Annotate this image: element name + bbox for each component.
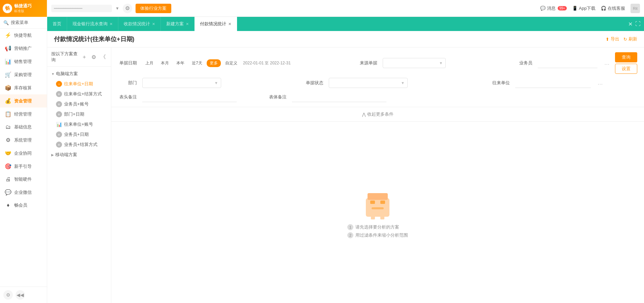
mobile-group-arrow: ▶ xyxy=(51,153,54,157)
sidebar-search-label: 搜索菜单 xyxy=(11,20,28,26)
tab-new-scheme-close[interactable]: ✕ xyxy=(186,22,189,26)
scheme-item-partner-account[interactable]: 📊 往来单位+账号 xyxy=(47,119,111,129)
scheme-item-label: 往来单位+账号 xyxy=(64,121,93,127)
collapse-conditions-btn[interactable]: ⋀ 收起更多条件 xyxy=(358,110,398,119)
app-icon: 📱 xyxy=(572,6,578,11)
tab-bank-flow[interactable]: 现金银行流水查询 ✕ xyxy=(67,17,118,31)
scheme-add-btn[interactable]: ＋ xyxy=(81,53,88,61)
topbar-chevron-icon[interactable]: ▼ xyxy=(115,6,119,11)
scheme-item-partner-date[interactable]: ○ 往来单位+日期 xyxy=(47,79,111,89)
scheme-settings-btn[interactable]: ⚙ xyxy=(90,53,97,61)
scheme-collapse-btn[interactable]: 《 xyxy=(99,53,107,61)
user-avatar[interactable]: Rit xyxy=(631,4,640,13)
source-select[interactable]: ▼ xyxy=(383,58,446,68)
sidebar-settings-btn[interactable]: ⚙ xyxy=(3,290,13,300)
sidebar-item-label: 企业微信 xyxy=(14,189,32,195)
salesperson-input[interactable] xyxy=(538,58,597,68)
sales-icon: 📊 xyxy=(5,58,11,65)
content-area: 按以下方案查询 ＋ ⚙ 《 xyxy=(47,48,644,303)
empty-illustration xyxy=(357,186,398,220)
sidebar-item-label: 快捷导航 xyxy=(14,32,32,38)
sidebar-collapse-btn[interactable]: ◀◀ xyxy=(16,290,25,300)
scheme-group-pc[interactable]: ▼ 电脑端方案 xyxy=(47,69,111,79)
refresh-icon: ↻ xyxy=(623,37,627,42)
date-last-7days[interactable]: 近7天 xyxy=(189,59,205,67)
sidebar-item-vip[interactable]: ♦ 畅会员 xyxy=(0,199,47,212)
tab-collection-stat-label: 收款情况统计 xyxy=(124,21,150,27)
doc-status-chevron: ▼ xyxy=(401,81,405,85)
sidebar-item-finance[interactable]: 💰 资金管理 xyxy=(0,94,47,108)
sidebar-search[interactable]: 🔍 搜索菜单 xyxy=(0,17,47,29)
scheme-group-mobile[interactable]: ▶ 移动端方案 xyxy=(47,150,111,160)
tab-collection-stat[interactable]: 收款情况统计 ✕ xyxy=(118,17,161,31)
scheme-item-staff-date[interactable]: ≡ 业务员+日期 xyxy=(47,129,111,140)
collapse-icon: 《 xyxy=(100,54,106,61)
sidebar-item-operation[interactable]: 📋 经营管理 xyxy=(0,108,47,121)
source-chevron: ▼ xyxy=(439,61,443,65)
partner-label: 往来单位 xyxy=(491,80,510,86)
message-btn[interactable]: 💬 消息 99+ xyxy=(540,5,567,11)
svg-rect-4 xyxy=(372,207,384,209)
scheme-item-staff-settlement[interactable]: ≡ 业务员+结算方式 xyxy=(47,140,111,150)
pc-group-arrow: ▼ xyxy=(51,72,55,76)
sidebar-footer: ⚙ ◀◀ xyxy=(0,286,47,303)
tab-expand-btn[interactable]: ⛶ xyxy=(635,21,641,27)
message-label: 消息 xyxy=(547,5,556,11)
trial-btn[interactable]: 体验行业方案 xyxy=(136,4,171,13)
partner-dots[interactable]: … xyxy=(597,80,603,86)
tab-new-scheme[interactable]: 新建方案 ✕ xyxy=(161,17,195,31)
tab-home[interactable]: 首页 xyxy=(47,17,67,31)
online-service-btn[interactable]: 🎧 在线客服 xyxy=(601,5,625,11)
scheme-item-icon: ○ xyxy=(56,81,62,87)
date-this-month[interactable]: 本月 xyxy=(158,59,172,67)
date-more[interactable]: 更多 xyxy=(207,59,221,67)
topbar-address-bar[interactable]: ━━━━━━━━━━━━ xyxy=(51,5,112,12)
app-download-btn[interactable]: 📱 App下载 xyxy=(572,5,595,11)
sidebar-item-base-info[interactable]: 🗂 基础信息 xyxy=(0,121,47,133)
sidebar-item-hardware[interactable]: 🖨 智能硬件 xyxy=(0,173,47,186)
sidebar-item-enterprise[interactable]: 🤝 企业协同 xyxy=(0,147,47,160)
message-badge: 99+ xyxy=(558,6,567,10)
tab-close-all-btn[interactable]: ✕ xyxy=(628,21,633,27)
tab-bank-flow-close[interactable]: ✕ xyxy=(110,22,113,26)
sidebar-item-marketing[interactable]: 📢 营销推广 xyxy=(0,42,47,55)
date-this-year[interactable]: 本年 xyxy=(173,59,187,67)
scheme-item-dept-date[interactable]: ≡ 部门+日期 xyxy=(47,109,111,119)
settings-btn[interactable]: 设置 xyxy=(615,64,637,74)
tab-bank-flow-label: 现金银行流水查询 xyxy=(72,21,108,27)
guide-icon: 🎯 xyxy=(5,163,11,170)
query-btn[interactable]: 查询 xyxy=(615,52,637,62)
topbar-settings-btn[interactable]: ⚙ xyxy=(123,4,132,13)
sidebar-item-inventory[interactable]: 📦 库存核算 xyxy=(0,81,47,94)
scheme-item-staff-account[interactable]: ≡ 业务员+账号 xyxy=(47,99,111,109)
svg-rect-2 xyxy=(370,201,375,204)
sidebar-item-wechat[interactable]: 💬 企业微信 xyxy=(0,186,47,199)
service-icon: 🎧 xyxy=(601,6,606,11)
tab-payment-stat[interactable]: 付款情况统计 ✕ xyxy=(195,17,237,31)
sidebar-item-guide[interactable]: 🎯 新手引导 xyxy=(0,160,47,173)
dept-select[interactable]: ▼ xyxy=(142,78,221,88)
sidebar-item-purchase[interactable]: 🛒 采购管理 xyxy=(0,68,47,81)
salesperson-dots[interactable]: … xyxy=(604,60,610,66)
export-btn[interactable]: ⬆ 导出 xyxy=(606,36,619,42)
online-service-label: 在线客服 xyxy=(608,5,625,11)
sidebar-item-label: 销售管理 xyxy=(14,59,32,65)
date-last-month[interactable]: 上月 xyxy=(142,59,156,67)
sidebar-item-sales[interactable]: 📊 销售管理 xyxy=(0,55,47,68)
source-label: 来源单据 xyxy=(358,60,377,66)
doc-status-select[interactable]: ▼ xyxy=(329,78,408,88)
tab-payment-close[interactable]: ✕ xyxy=(228,22,231,26)
tab-collection-close[interactable]: ✕ xyxy=(152,22,155,26)
header-note-input[interactable] xyxy=(142,92,237,102)
scheme-item-icon: ≡ xyxy=(56,91,62,97)
hint-text-2: 用过滤条件来缩小分析范围 xyxy=(355,232,408,238)
system-icon: ⚙ xyxy=(5,137,11,143)
main-area: ━━━━━━━━━━━━ ▼ ⚙ 体验行业方案 💬 消息 99+ 📱 App下载… xyxy=(47,0,644,303)
partner-input[interactable] xyxy=(515,78,591,88)
sidebar-item-quick-nav[interactable]: ⚡ 快捷导航 xyxy=(0,29,47,42)
body-note-input[interactable] xyxy=(292,92,386,102)
date-custom[interactable]: 自定义 xyxy=(222,59,240,67)
refresh-btn[interactable]: ↻ 刷新 xyxy=(623,36,637,42)
scheme-item-partner-settlement[interactable]: ≡ 往来单位+结算方式 xyxy=(47,89,111,99)
sidebar-item-system[interactable]: ⚙ 系统管理 xyxy=(0,133,47,147)
